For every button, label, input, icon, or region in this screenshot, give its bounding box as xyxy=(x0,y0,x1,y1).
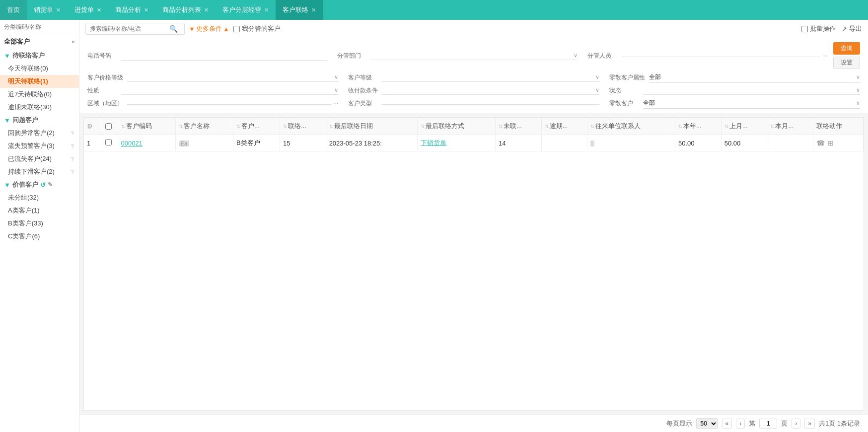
sidebar-item-repurchase[interactable]: 回购异常客户(2) ？ xyxy=(0,127,79,140)
query-button[interactable]: 查询 xyxy=(833,42,860,55)
first-page-button[interactable]: « xyxy=(722,419,732,429)
filter-phone-input[interactable] xyxy=(121,51,327,61)
th-overdue-label: 逾期... xyxy=(550,122,568,131)
sidebar-group-value-refresh[interactable]: ↺ xyxy=(40,181,46,189)
filter-payment-select[interactable]: ∨ xyxy=(382,86,599,95)
nav-customer-contact-close[interactable]: ✕ xyxy=(311,7,316,13)
filter-row-2: 客户价格等级 ∨ 客户等级 ∨ 零散客户属性 xyxy=(87,72,860,83)
batch-op-button[interactable]: 批量操作 xyxy=(801,24,836,33)
customer-code-link[interactable]: 000021 xyxy=(121,140,143,147)
filter-status-select[interactable]: ∨ xyxy=(643,86,860,95)
last-contact-method-link[interactable]: 下销货单 xyxy=(421,139,446,146)
filter-region-select[interactable] xyxy=(127,102,331,105)
nav-product-analysis-close[interactable]: ✕ xyxy=(144,7,148,13)
page-size-select[interactable]: 50 xyxy=(696,418,718,429)
toolbar-search-input[interactable] xyxy=(90,25,169,32)
row-action-icons: ☎ ⊞ xyxy=(816,139,860,147)
sidebar-item-overdue[interactable]: 逾期未联络(30) xyxy=(0,101,79,114)
sidebar-item-tomorrow[interactable]: 明天待联络(1) xyxy=(0,75,79,88)
page-input[interactable] xyxy=(759,419,777,429)
filter-retail-attr-select[interactable]: 全部 ∨ xyxy=(649,72,860,83)
sidebar-group-value-arrow: ▼ xyxy=(4,181,10,189)
my-customers-check[interactable] xyxy=(233,26,240,32)
filter-retail-customer-text: 全部 xyxy=(643,99,856,107)
nav-customer-tier-close[interactable]: ✕ xyxy=(264,7,269,13)
my-customers-checkbox: 我分管的客户 xyxy=(233,24,281,33)
filter-retail-customer-select[interactable]: 全部 ∨ xyxy=(643,98,860,109)
filter-price-level-select[interactable]: ∨ xyxy=(127,73,338,82)
td-seq: 1 xyxy=(84,135,102,151)
filter-customer-level: 客户等级 ∨ xyxy=(348,73,599,82)
sidebar-item-churn-warning-help[interactable]: ？ xyxy=(70,143,75,150)
sidebar-all-customers[interactable]: 全部客户 « xyxy=(0,34,79,49)
th-select-all[interactable] xyxy=(105,123,112,130)
nav-sales-close[interactable]: ✕ xyxy=(56,7,61,13)
sidebar-item-churned[interactable]: 已流失客户(24) ？ xyxy=(0,152,79,165)
sidebar-item-ungrouped[interactable]: 未分组(32) xyxy=(0,191,79,204)
th-customer-code-sort-icon: ⇅ xyxy=(121,124,125,129)
filter-manager-dots[interactable]: ··· xyxy=(822,52,827,59)
sidebar-item-c-class-label: C类客户(6) xyxy=(8,232,40,241)
sidebar-item-churn-warning[interactable]: 流失预警客户(3) ？ xyxy=(0,140,79,152)
row-action-phone-icon[interactable]: ☎ xyxy=(816,139,825,147)
filter-customer-level-select[interactable]: ∨ xyxy=(382,73,599,82)
sidebar-item-declining[interactable]: 持续下滑客户(2) ？ xyxy=(0,165,79,178)
sidebar-item-churned-help[interactable]: ？ xyxy=(70,155,75,163)
th-contact-count-sort-icon: ⇅ xyxy=(283,124,287,129)
sidebar-item-declining-help[interactable]: ？ xyxy=(70,168,75,176)
sidebar-item-repurchase-help[interactable]: ？ xyxy=(70,130,75,137)
filter-region-dots[interactable]: ··· xyxy=(333,100,338,107)
customer-name-masked: Ea xyxy=(179,141,189,146)
sidebar-item-today[interactable]: 今天待联络(0) xyxy=(0,62,79,75)
nav-sales[interactable]: 销货单 ✕ xyxy=(27,0,68,20)
td-contact-count: 15 xyxy=(280,135,326,151)
nav-customer-tier[interactable]: 客户分层经营 ✕ xyxy=(216,0,276,20)
sidebar-group-value-edit[interactable]: ✎ xyxy=(48,181,53,188)
sidebar-item-churned-label: 已流失客户(24) xyxy=(8,154,52,163)
nav-product-list-label: 商品分析列表 xyxy=(162,5,201,14)
filter-manager-select[interactable] xyxy=(621,55,820,57)
row-action-qr-icon[interactable]: ⊞ xyxy=(828,139,834,147)
batch-op-check[interactable] xyxy=(801,26,808,32)
last-page-button[interactable]: » xyxy=(804,419,815,429)
export-button[interactable]: ↗ 导出 xyxy=(842,24,862,33)
filter-customer-type-select[interactable] xyxy=(382,102,599,105)
next-page-button[interactable]: › xyxy=(792,419,800,429)
filter-retail-attr-label: 零散客户属性 xyxy=(609,73,645,82)
filter-dept-select[interactable]: ∨ xyxy=(371,51,577,60)
settings-icon[interactable]: ⚙ xyxy=(87,123,93,130)
sidebar-item-b-class[interactable]: B类客户(33) xyxy=(0,217,79,230)
prev-page-button[interactable]: ‹ xyxy=(736,419,745,429)
export-icon: ↗ xyxy=(842,25,847,33)
sidebar-item-a-class[interactable]: A类客户(1) xyxy=(0,204,79,217)
toolbar-search-icon[interactable]: 🔍 xyxy=(169,25,178,33)
filter-nature-label: 性质 xyxy=(87,86,117,95)
sidebar-group-pending-arrow: ▼ xyxy=(4,52,10,60)
filter-customer-type-label: 客户类型 xyxy=(348,99,378,108)
nav-purchase-close[interactable]: ✕ xyxy=(97,7,101,13)
nav-home[interactable]: 首页 xyxy=(0,0,27,20)
sidebar-item-7days[interactable]: 近7天待联络(0) xyxy=(0,88,79,101)
th-this-month-label: 本月... xyxy=(775,122,794,131)
more-filters-button[interactable]: ▼ 更多条件 ▲ xyxy=(189,24,229,33)
toolbar: 🔍 ▼ 更多条件 ▲ 我分管的客户 批量操作 ↗ 导出 xyxy=(79,20,868,38)
filter-row-3: 性质 ∨ 收付款条件 ∨ 状态 xyxy=(87,86,860,95)
nav-product-list[interactable]: 商品分析列表 ✕ xyxy=(155,0,216,20)
filter-nature-select[interactable]: ∨ xyxy=(121,86,338,95)
nav-customer-contact[interactable]: 客户联络 ✕ xyxy=(276,0,323,20)
sidebar-item-c-class[interactable]: C类客户(6) xyxy=(0,230,79,243)
batch-op-label: 批量操作 xyxy=(810,24,836,33)
th-customer-name: ⇅ 客户名称 xyxy=(175,118,233,135)
nav-product-list-close[interactable]: ✕ xyxy=(204,7,209,13)
filter-region-label: 区域（地区） xyxy=(87,99,123,108)
nav-purchase[interactable]: 进货单 ✕ xyxy=(68,0,108,20)
sidebar-search-input[interactable] xyxy=(4,23,78,30)
filter-retail-customer-chevron: ∨ xyxy=(856,100,860,106)
sidebar-group-pending: ▼ 待联络客户 xyxy=(0,49,79,62)
sidebar-collapse-icon[interactable]: « xyxy=(72,38,75,45)
sidebar: 🔍 全部客户 « ▼ 待联络客户 今天待联络(0) 明天待联络(1) 近7天待联… xyxy=(0,20,79,432)
setting-button[interactable]: 设置 xyxy=(833,57,860,69)
row-checkbox[interactable] xyxy=(105,139,112,145)
sidebar-item-tomorrow-label: 明天待联络(1) xyxy=(8,77,48,86)
nav-product-analysis[interactable]: 商品分析 ✕ xyxy=(108,0,155,20)
